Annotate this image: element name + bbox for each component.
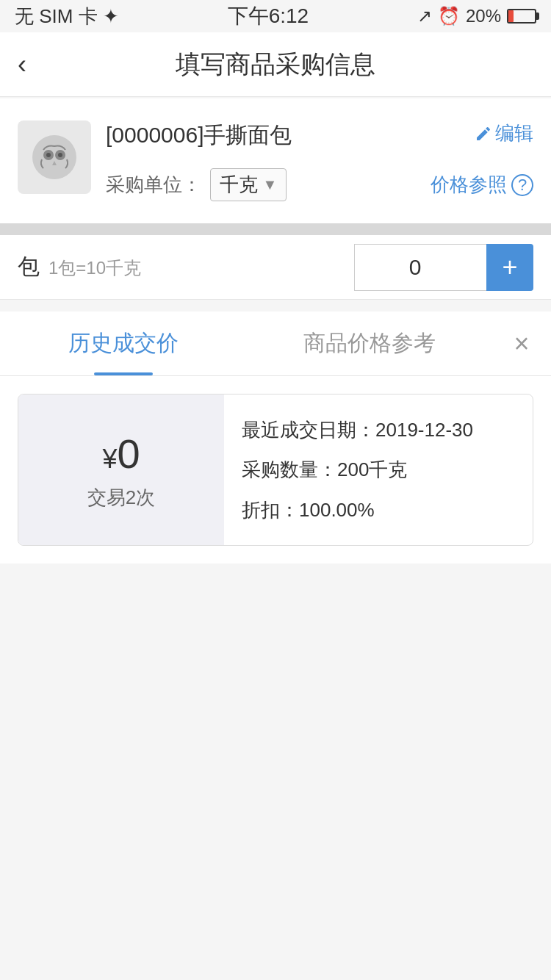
- battery-percent: 20%: [466, 6, 501, 26]
- back-button[interactable]: ‹: [18, 49, 26, 80]
- location-icon: ↗: [417, 6, 432, 26]
- svg-point-3: [46, 153, 51, 157]
- purchase-qty-row: 采购数量：200千克: [242, 456, 515, 483]
- qty-unit: 包: [18, 252, 40, 282]
- unit-label: 采购单位：: [106, 173, 201, 195]
- tab-history-price-label: 历史成交价: [68, 328, 179, 359]
- discount-row: 折扣：100.00%: [242, 497, 515, 523]
- status-left: 无 SIM 卡 ✦: [15, 4, 119, 29]
- product-header-row: [0000006]手撕面包 编辑: [106, 120, 533, 151]
- price-ref-button[interactable]: 价格参照 ?: [431, 172, 533, 198]
- price-currency: ¥: [102, 444, 117, 474]
- help-icon[interactable]: ?: [511, 174, 533, 196]
- trade-count: 交易2次: [87, 485, 155, 511]
- product-logo-icon: [29, 131, 80, 183]
- tab-price-reference-label: 商品价格参考: [303, 328, 436, 359]
- qty-input[interactable]: [354, 244, 486, 291]
- qty-controls: +: [354, 244, 533, 291]
- price-card-right: 最近成交日期：2019-12-30 采购数量：200千克 折扣：100.00%: [224, 394, 533, 545]
- product-name: [0000006]手撕面包: [106, 120, 475, 151]
- tab-price-reference[interactable]: 商品价格参考: [246, 311, 492, 375]
- quantity-section: 包 1包=10千克 +: [0, 235, 551, 300]
- alarm-icon: ⏰: [438, 6, 460, 26]
- header: ‹ 填写商品采购信息: [0, 32, 551, 97]
- close-button[interactable]: ×: [492, 328, 551, 359]
- unit-value: 千克: [220, 172, 258, 198]
- svg-point-0: [32, 135, 76, 179]
- divider-bar: [0, 223, 551, 235]
- purchase-qty-label: 采购数量：: [242, 458, 337, 480]
- recent-date-row: 最近成交日期：2019-12-30: [242, 417, 515, 443]
- tab-history-price[interactable]: 历史成交价: [0, 311, 246, 375]
- main-content-area: [0, 563, 551, 980]
- edit-button[interactable]: 编辑: [475, 120, 533, 146]
- product-section: [0000006]手撕面包 编辑 采购单位： 千克 ▼ 价格: [0, 98, 551, 223]
- status-time: 下午6:12: [228, 2, 309, 30]
- unit-row: 采购单位： 千克 ▼ 价格参照 ?: [106, 168, 533, 201]
- purchase-qty-value: 200千克: [337, 458, 407, 480]
- product-info: [0000006]手撕面包 编辑 采购单位： 千克 ▼ 价格: [106, 120, 533, 201]
- tab-active-indicator: [94, 372, 153, 375]
- recent-date-label: 最近成交日期：: [242, 419, 375, 441]
- discount-value: 100.00%: [299, 499, 375, 521]
- recent-date-value: 2019-12-30: [375, 419, 473, 441]
- discount-label: 折扣：: [242, 499, 299, 521]
- price-card-left: ¥0 交易2次: [18, 394, 224, 545]
- qty-label-group: 包 1包=10千克: [18, 252, 141, 282]
- product-row: [0000006]手撕面包 编辑 采购单位： 千克 ▼ 价格: [18, 120, 533, 201]
- svg-point-4: [58, 153, 62, 157]
- product-thumbnail: [18, 120, 91, 194]
- status-bar: 无 SIM 卡 ✦ 下午6:12 ↗ ⏰ 20%: [0, 0, 551, 32]
- dropdown-arrow-icon: ▼: [262, 176, 277, 193]
- qty-plus-button[interactable]: +: [486, 244, 533, 291]
- status-right: ↗ ⏰ 20%: [417, 6, 536, 26]
- price-display: ¥0: [102, 430, 140, 478]
- tabs-header: 历史成交价 商品价格参考 ×: [0, 311, 551, 376]
- unit-label-group: 采购单位： 千克 ▼: [106, 168, 287, 201]
- qty-conversion: 1包=10千克: [48, 256, 141, 280]
- price-amount: 0: [117, 430, 140, 477]
- edit-icon: [475, 125, 492, 143]
- card-area: ¥0 交易2次 最近成交日期：2019-12-30 采购数量：200千克 折扣：…: [0, 376, 551, 563]
- price-card: ¥0 交易2次 最近成交日期：2019-12-30 采购数量：200千克 折扣：…: [18, 394, 533, 546]
- tabs-section: 历史成交价 商品价格参考 × ¥0 交易2次 最近成交日期：2019-12-30…: [0, 311, 551, 563]
- battery-icon: [507, 9, 536, 24]
- unit-select[interactable]: 千克 ▼: [210, 168, 287, 201]
- price-ref-label: 价格参照: [431, 172, 507, 198]
- page-title: 填写商品采购信息: [176, 48, 375, 82]
